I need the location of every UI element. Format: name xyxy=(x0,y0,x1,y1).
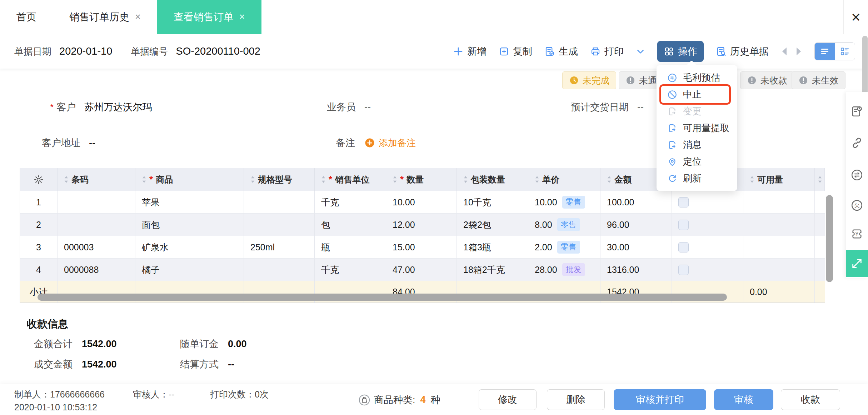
row-number: 3 xyxy=(20,236,58,259)
refresh-icon xyxy=(667,174,677,184)
cell-available xyxy=(743,236,815,259)
cell-barcode: 0000088 xyxy=(58,259,135,281)
window-close-button[interactable]: × xyxy=(843,0,868,34)
menu-item-refresh[interactable]: 刷新 xyxy=(657,170,737,187)
menu-item-change[interactable]: 变更 xyxy=(657,103,737,120)
close-tab-icon[interactable]: × xyxy=(135,11,141,22)
salesman-field: 业务员 -- xyxy=(327,100,371,114)
add-note-button[interactable]: 添加备注 xyxy=(364,137,416,149)
header-pkg-qty[interactable]: 包装数量 xyxy=(457,168,528,191)
tab-home[interactable]: 首页 xyxy=(0,0,53,34)
header-price[interactable]: 单价 xyxy=(528,168,600,191)
cell-qty: 10.00 xyxy=(386,191,457,214)
tab-view-sales-order[interactable]: 查看销售订单 × xyxy=(157,0,261,34)
copy-icon xyxy=(499,46,509,57)
product-category-summary: 商品种类: 4 种 xyxy=(358,384,440,415)
record-nav xyxy=(781,47,802,56)
cell-unit: 千克 xyxy=(315,259,386,281)
header-available[interactable]: 可用量 xyxy=(743,168,815,191)
salesman-value: -- xyxy=(364,102,371,113)
cell-qty: 12.00 xyxy=(386,214,457,236)
cell-price: 8.00零售 xyxy=(528,214,600,236)
customer-address-value: -- xyxy=(89,138,95,149)
cell-unit: 包 xyxy=(315,214,386,236)
column-settings-button[interactable] xyxy=(20,168,58,191)
cell-pkg-qty: 10千克 xyxy=(457,191,528,214)
subtotal-available: 0.00 xyxy=(743,281,815,302)
right-tool-rail: 欠 ¥ xyxy=(846,92,868,278)
list-view-toggle[interactable] xyxy=(815,43,835,60)
row-checkbox[interactable] xyxy=(678,242,689,252)
header-spec[interactable]: 规格型号 xyxy=(244,168,315,191)
customer-field: * 客户 苏州万达沃尔玛 xyxy=(50,100,152,114)
generate-button[interactable]: 生成 xyxy=(544,45,578,58)
history-docs-button[interactable]: 历史单据 xyxy=(716,45,769,58)
doc-no-field: 单据编号 SO-20200110-002 xyxy=(131,45,260,58)
header-product[interactable]: * 商品 xyxy=(135,168,244,191)
audit-button[interactable]: 审核 xyxy=(714,389,773,410)
modify-button[interactable]: 修改 xyxy=(479,389,537,410)
table-row[interactable]: 3 000003 矿泉水 250ml 瓶 15.00 1箱3瓶 2.00零售 3… xyxy=(20,236,825,259)
debt-circle-icon[interactable]: 欠 xyxy=(850,199,863,212)
print-dropdown-chevron[interactable] xyxy=(636,47,645,56)
table-vertical-scrollbar-thumb[interactable] xyxy=(826,195,833,282)
doc-log-icon[interactable] xyxy=(850,105,863,118)
detail-view-toggle[interactable] xyxy=(835,43,855,60)
row-checkbox[interactable] xyxy=(678,265,689,275)
table-row[interactable]: 2 面包 包 12.00 2袋2包 8.00零售 96.00 xyxy=(20,214,825,236)
profit-circle-icon: 毛 xyxy=(667,73,677,83)
cell-amount: 96.00 xyxy=(600,214,672,236)
close-tab-icon[interactable]: × xyxy=(239,11,245,22)
header-overflow-column[interactable] xyxy=(815,168,825,191)
cell-product: 面包 xyxy=(135,214,244,236)
audit-and-print-button[interactable]: 审核并打印 xyxy=(614,389,706,410)
plus-circle-icon xyxy=(364,138,375,148)
detail-view-icon xyxy=(839,46,850,57)
link-icon[interactable] xyxy=(850,136,863,149)
salesman-label: 业务员 xyxy=(327,101,356,114)
tab-order-history[interactable]: 销售订单历史 × xyxy=(53,0,157,34)
table-row[interactable]: 4 0000088 橘子 千克 47.00 18箱2千克 28.00批发 131… xyxy=(20,259,825,281)
document-check-icon xyxy=(544,46,555,57)
header-qty[interactable]: * 数量 xyxy=(386,168,457,191)
cell-spec: 250ml xyxy=(244,236,315,259)
horizontal-scrollbar-thumb[interactable] xyxy=(38,294,727,301)
menu-item-available-extract[interactable]: 可用量提取 xyxy=(657,120,737,136)
price-type-tag: 零售 xyxy=(557,241,580,254)
sort-icon xyxy=(64,176,69,183)
print-button[interactable]: 打印 xyxy=(590,45,624,58)
delete-button[interactable]: 删除 xyxy=(547,389,605,410)
sort-icon xyxy=(607,176,612,183)
money-voucher-icon[interactable]: ¥ xyxy=(850,228,863,240)
menu-item-profit-estimate[interactable]: 毛 毛利预估 xyxy=(657,69,737,86)
new-button[interactable]: 新增 xyxy=(453,45,487,58)
grid-icon xyxy=(664,46,674,57)
document-search-icon xyxy=(716,46,727,57)
menu-item-locate[interactable]: 定位 xyxy=(657,153,737,170)
rail-divider xyxy=(849,127,865,127)
operate-dropdown-menu: 毛 毛利预估 中止 变更 可用量提取 消息 定位 刷新 xyxy=(657,65,737,191)
row-checkbox[interactable] xyxy=(678,197,689,208)
receive-payment-button[interactable]: 收款 xyxy=(781,389,840,410)
cell-amount: 1316.00 xyxy=(600,259,672,281)
expand-panel-button[interactable] xyxy=(846,250,868,277)
page-scrollbar-thumb[interactable] xyxy=(862,36,868,96)
cell-checkbox xyxy=(672,259,743,281)
table-row[interactable]: 1 苹果 千克 10.00 10千克 10.00零售 100.00 xyxy=(20,191,825,214)
next-record-icon[interactable] xyxy=(795,47,802,56)
cell-unit: 千克 xyxy=(315,191,386,214)
prev-record-icon[interactable] xyxy=(781,47,788,56)
header-barcode[interactable]: 条码 xyxy=(58,168,135,191)
menu-item-abort[interactable]: 中止 xyxy=(657,86,737,103)
customer-address-field: 客户地址 -- xyxy=(42,136,95,150)
row-checkbox[interactable] xyxy=(678,220,689,230)
payment-section-title: 收款信息 xyxy=(27,317,68,331)
sales-order-view-screen: 首页 销售订单历史 × 查看销售订单 × × 单据日期 2020-01-10 单… xyxy=(0,0,868,415)
cell-unit: 瓶 xyxy=(315,236,386,259)
header-unit[interactable]: * 销售单位 xyxy=(315,168,386,191)
menu-item-message[interactable]: 消息 xyxy=(657,136,737,153)
operate-button[interactable]: 操作 xyxy=(657,41,704,62)
footer-bar: 制单人：17666666666 2020-01-10 10:53:12 审核人：… xyxy=(0,384,868,415)
exchange-circle-icon[interactable] xyxy=(850,169,863,181)
copy-button[interactable]: 复制 xyxy=(499,45,532,58)
